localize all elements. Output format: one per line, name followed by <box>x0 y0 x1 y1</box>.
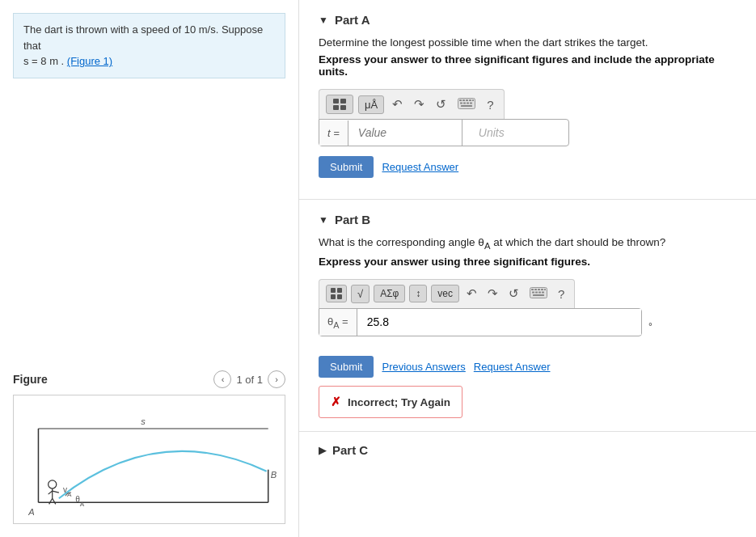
redo-b-button[interactable]: ↷ <box>484 285 501 302</box>
svg-line-11 <box>49 491 53 494</box>
grid-icon <box>332 98 347 111</box>
part-a-header[interactable]: ▼ Part A <box>319 13 737 27</box>
part-c-header[interactable]: ▶ Part C <box>319 443 737 457</box>
part-a-instruction: Express your answer to three significant… <box>319 53 737 78</box>
part-b-section: ▼ Part B What is the corresponding angle… <box>299 200 756 432</box>
part-a-answer-label: t = <box>319 121 348 146</box>
svg-rect-35 <box>531 289 534 290</box>
svg-line-12 <box>53 491 59 493</box>
svg-rect-32 <box>331 294 336 299</box>
part-a-units-field[interactable]: Units <box>462 120 526 146</box>
svg-rect-39 <box>544 289 546 290</box>
svg-rect-31 <box>337 288 342 293</box>
svg-rect-29 <box>461 105 472 107</box>
part-a-toolbar: μÅ ↶ ↷ ↺ <box>319 89 505 119</box>
sqrt-button[interactable]: √ <box>351 285 370 303</box>
part-b-label: Part B <box>335 213 370 226</box>
part-b-toggle-icon: ▼ <box>319 214 328 226</box>
asigma-button[interactable]: ΑΣφ <box>374 285 405 302</box>
figure-title: Figure <box>13 373 48 386</box>
theta-subscript: A <box>333 319 339 329</box>
keyboard-button[interactable] <box>454 96 479 113</box>
svg-rect-22 <box>466 99 468 101</box>
problem-values: s = 8 m . <box>23 55 67 67</box>
squares-icon <box>330 287 343 300</box>
svg-line-13 <box>49 498 53 504</box>
problem-text-box: The dart is thrown with a speed of 10 m/… <box>13 13 285 78</box>
figure-header: Figure ‹ 1 of 1 › <box>13 370 285 388</box>
part-b-answer-row: θA = <box>319 308 642 337</box>
svg-rect-28 <box>470 102 472 104</box>
svg-rect-23 <box>469 99 471 101</box>
svg-rect-43 <box>542 291 544 293</box>
svg-rect-37 <box>538 289 540 290</box>
part-b-action-row: Submit Previous Answers Request Answer <box>319 356 737 378</box>
svg-rect-38 <box>541 289 543 290</box>
svg-rect-33 <box>337 294 342 299</box>
svg-rect-18 <box>340 105 346 110</box>
part-a-submit-button[interactable]: Submit <box>319 156 374 178</box>
figure-link[interactable]: (Figure 1) <box>67 55 112 67</box>
svg-text:A: A <box>27 507 34 517</box>
part-a-label: Part A <box>335 13 370 27</box>
svg-rect-41 <box>535 291 538 293</box>
figure-svg: s A vA θA B <box>14 395 285 523</box>
part-b-previous-answers-button[interactable]: Previous Answers <box>382 361 465 373</box>
svg-rect-36 <box>534 289 537 290</box>
help-b-button[interactable]: ? <box>555 285 568 302</box>
part-a-request-answer-button[interactable]: Request Answer <box>382 161 458 173</box>
part-a-answer-row: t = Units <box>319 119 569 146</box>
grid-icon-button[interactable] <box>326 95 353 114</box>
svg-text:θA: θA <box>75 495 85 508</box>
undo-button[interactable]: ↶ <box>389 95 406 113</box>
svg-text:B: B <box>271 470 277 480</box>
figure-image: s A vA θA B <box>13 395 285 524</box>
svg-rect-27 <box>467 102 469 104</box>
part-a-value-input[interactable] <box>348 120 462 146</box>
svg-rect-24 <box>472 99 474 101</box>
part-b-header[interactable]: ▼ Part B <box>319 213 737 226</box>
redo-button[interactable]: ↷ <box>411 95 428 113</box>
mu-button[interactable]: μÅ <box>358 95 384 114</box>
figure-prev-button[interactable]: ‹ <box>213 370 231 388</box>
part-c-toggle-icon: ▶ <box>319 445 326 456</box>
squares-icon-button[interactable] <box>326 285 347 302</box>
part-c-section: ▶ Part C <box>299 432 756 478</box>
refresh-button[interactable]: ↺ <box>433 95 450 113</box>
arrow-button[interactable]: ↕ <box>409 285 427 302</box>
right-panel: ▼ Part A Determine the longest possible … <box>299 0 756 537</box>
help-button[interactable]: ? <box>484 96 496 113</box>
keyboard-b-button[interactable] <box>526 285 551 302</box>
part-a-action-row: Submit Request Answer <box>319 156 737 178</box>
degree-symbol: ° <box>642 315 659 339</box>
part-b-answer-label: θA = <box>319 309 357 336</box>
part-b-submit-button[interactable]: Submit <box>319 356 374 378</box>
keyboard-b-icon <box>530 287 547 298</box>
figure-next-button[interactable]: › <box>268 370 285 388</box>
part-a-description: Determine the longest possible time when… <box>319 36 737 49</box>
refresh-b-button[interactable]: ↺ <box>505 285 522 302</box>
undo-b-button[interactable]: ↶ <box>463 285 480 302</box>
svg-rect-21 <box>462 99 465 101</box>
figure-section: Figure ‹ 1 of 1 › s A <box>13 370 285 524</box>
svg-rect-40 <box>532 291 534 293</box>
part-a-section: ▼ Part A Determine the longest possible … <box>299 0 756 200</box>
svg-text:s: s <box>141 416 146 426</box>
problem-statement: The dart is thrown with a speed of 10 m/… <box>23 23 263 52</box>
vec-button[interactable]: vec <box>431 285 459 302</box>
part-b-description: What is the corresponding angle θA at wh… <box>319 236 737 251</box>
svg-rect-17 <box>333 105 339 110</box>
svg-rect-42 <box>538 291 541 293</box>
svg-text:vA: vA <box>63 485 72 498</box>
incorrect-label: Incorrect; Try Again <box>348 396 450 408</box>
part-b-instruction: Express your answer using three signific… <box>319 256 737 268</box>
svg-rect-20 <box>459 99 462 101</box>
incorrect-banner: ✗ Incorrect; Try Again <box>319 386 462 418</box>
part-b-request-answer-button[interactable]: Request Answer <box>474 361 551 373</box>
left-panel: The dart is thrown with a speed of 10 m/… <box>0 0 299 537</box>
svg-line-14 <box>53 498 56 504</box>
svg-rect-30 <box>331 288 336 293</box>
part-b-value-input[interactable] <box>357 309 641 335</box>
figure-page: 1 of 1 <box>236 374 263 386</box>
part-a-toggle-icon: ▼ <box>319 15 328 26</box>
